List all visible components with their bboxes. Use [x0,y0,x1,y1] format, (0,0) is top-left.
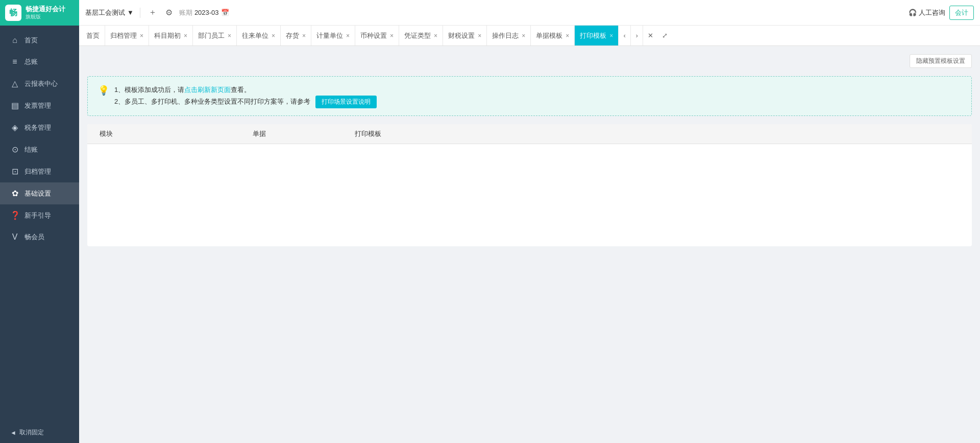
topbar: 基层工会测试 ▼ ＋ ⚙ 账期 2023-03 📅 🎧 人工咨询 会计 [79,0,980,26]
sidebar-label-ledger: 总账 [24,57,38,66]
sidebar-item-settlement[interactable]: ⊙ 结账 [0,138,79,160]
tab-close-currency[interactable]: × [390,32,394,39]
tab-close-contacts[interactable]: × [272,32,275,39]
company-selector[interactable]: 基层工会测试 ▼ [85,8,134,17]
tab-archive[interactable]: 归档管理 × [105,26,149,46]
tab-close-inventory[interactable]: × [302,32,306,39]
main-area: 基层工会测试 ▼ ＋ ⚙ 账期 2023-03 📅 🎧 人工咨询 会计 首页归档… [79,0,980,443]
period-value: 2023-03 [194,9,219,16]
sidebar-icon-settings: ✿ [10,189,19,198]
tab-label-unit: 计量单位 [316,31,343,40]
tab-close-archive[interactable]: × [140,32,143,39]
tab-label-archive: 归档管理 [110,31,137,40]
period-label: 账期 [179,8,192,17]
tab-close-department[interactable]: × [228,32,231,39]
table-body [87,144,972,246]
topbar-right: 🎧 人工咨询 会计 [909,6,974,20]
refresh-link[interactable]: 点击刷新新页面 [184,86,231,94]
sidebar-item-invoice[interactable]: ▤ 发票管理 [0,95,79,116]
sidebar-icon-settlement: ⊙ [10,145,19,154]
table-header: 模块 单据 打印模板 [87,124,972,144]
unpin-button[interactable]: ◄ 取消固定 [0,422,79,443]
period-selector[interactable]: 账期 2023-03 📅 [179,8,229,17]
info-line1-suffix: 查看。 [231,86,251,94]
add-tab-button[interactable]: ＋ [146,7,159,19]
sidebar-label-archive: 归档管理 [24,167,51,176]
explain-button[interactable]: 打印场景设置说明 [315,96,377,108]
tab-close-all-button[interactable]: ✕ [643,26,657,46]
tab-inventory[interactable]: 存货 × [281,26,311,46]
tab-label-inventory: 存货 [286,31,299,40]
sidebar-icon-vip: V [10,232,19,242]
tab-close-unit[interactable]: × [346,32,350,39]
print-template-table: 模块 单据 打印模板 [87,124,972,246]
tab-close-oplog[interactable]: × [522,32,525,39]
unpin-label: 取消固定 [19,428,44,437]
logo-edition: 旗舰版 [26,13,65,20]
service-label: 人工咨询 [919,8,945,17]
sidebar-item-reports[interactable]: △ 云报表中心 [0,73,79,95]
tab-label-currency: 币种设置 [360,31,387,40]
sidebar-item-archive[interactable]: ⊡ 归档管理 [0,160,79,182]
sidebar-label-settlement: 结账 [24,145,38,154]
company-name: 基层工会测试 [85,8,125,17]
col-template: 打印模板 [351,124,964,144]
tab-department[interactable]: 部门员工 × [193,26,237,46]
tab-voucher[interactable]: 凭证类型 × [399,26,443,46]
topbar-divider-1 [140,8,140,18]
tab-scroll-left[interactable]: ‹ [619,26,631,46]
content-area: 隐藏预置模板设置 💡 1、模板添加成功后，请点击刷新新页面查看。 2、多员工、多… [79,46,980,443]
sidebar-label-invoice: 发票管理 [24,101,51,110]
settings-button[interactable]: ⚙ [163,7,175,19]
sidebar-item-tax[interactable]: ◈ 税务管理 [0,116,79,138]
actions-bar: 隐藏预置模板设置 [87,54,972,72]
sidebar-label-guide: 新手引导 [24,211,51,220]
sidebar-icon-tax: ◈ [10,123,19,132]
tab-label-department: 部门员工 [198,31,225,40]
hide-template-button[interactable]: 隐藏预置模板设置 [910,54,972,68]
tab-close-tax-setting[interactable]: × [478,32,481,39]
company-dropdown-icon: ▼ [127,9,134,16]
tab-oplog[interactable]: 操作日志 × [487,26,531,46]
tab-currency[interactable]: 币种设置 × [355,26,399,46]
sidebar-icon-reports: △ [10,79,19,88]
col-voucher: 单据 [249,124,351,144]
tab-close-voucher[interactable]: × [434,32,437,39]
sidebar-icon-home: ⌂ [10,36,19,45]
tab-close-single-template[interactable]: × [566,32,569,39]
sidebar-logo: 畅 畅捷通好会计 旗舰版 [0,0,79,26]
tab-subjects[interactable]: 科目期初 × [149,26,193,46]
tab-label-tax-setting: 财税设置 [448,31,475,40]
info-line2-prefix: 2、多员工、多打印机、多种业务类型设置不同打印方案等，请参考 [114,98,310,105]
info-line1-prefix: 1、模板添加成功后，请 [114,86,184,94]
tab-print-template[interactable]: 打印模板 × [575,26,619,46]
tab-unit[interactable]: 计量单位 × [311,26,355,46]
sidebar-icon-ledger: ≡ [10,57,19,66]
tab-expand-button[interactable]: ⤢ [657,26,672,46]
sidebar-label-reports: 云报表中心 [24,79,58,88]
customer-service-button[interactable]: 🎧 人工咨询 [909,8,945,17]
calendar-icon: 📅 [221,9,229,16]
tab-close-subjects[interactable]: × [184,32,187,39]
accounting-button[interactable]: 会计 [949,6,974,20]
tab-single-template[interactable]: 单据模板 × [531,26,575,46]
sidebar-item-settings[interactable]: ✿ 基础设置 [0,182,79,204]
sidebar-item-guide[interactable]: ❓ 新手引导 [0,204,79,226]
tab-contacts[interactable]: 往来单位 × [237,26,281,46]
sidebar-menu: ⌂ 首页 ≡ 总账 △ 云报表中心 ▤ 发票管理 ◈ 税务管理 ⊙ 结账 ⊡ 归… [0,26,79,422]
tab-tax-setting[interactable]: 财税设置 × [443,26,487,46]
info-box: 💡 1、模板添加成功后，请点击刷新新页面查看。 2、多员工、多打印机、多种业务类… [87,76,972,116]
tab-label-contacts: 往来单位 [242,31,268,40]
sidebar: 畅 畅捷通好会计 旗舰版 ⌂ 首页 ≡ 总账 △ 云报表中心 ▤ 发票管理 ◈ … [0,0,79,443]
info-icon: 💡 [98,85,109,96]
logo-name: 畅捷通好会计 [26,5,65,13]
tab-close-print-template[interactable]: × [609,32,613,39]
sidebar-item-ledger[interactable]: ≡ 总账 [0,51,79,73]
sidebar-item-home[interactable]: ⌂ 首页 [0,30,79,51]
tab-scroll-right[interactable]: › [631,26,643,46]
col-module: 模块 [95,124,249,144]
sidebar-item-vip[interactable]: V 畅会员 [0,226,79,248]
sidebar-icon-archive: ⊡ [10,167,19,176]
sidebar-icon-guide: ❓ [10,211,19,220]
tab-home[interactable]: 首页 [81,26,105,46]
